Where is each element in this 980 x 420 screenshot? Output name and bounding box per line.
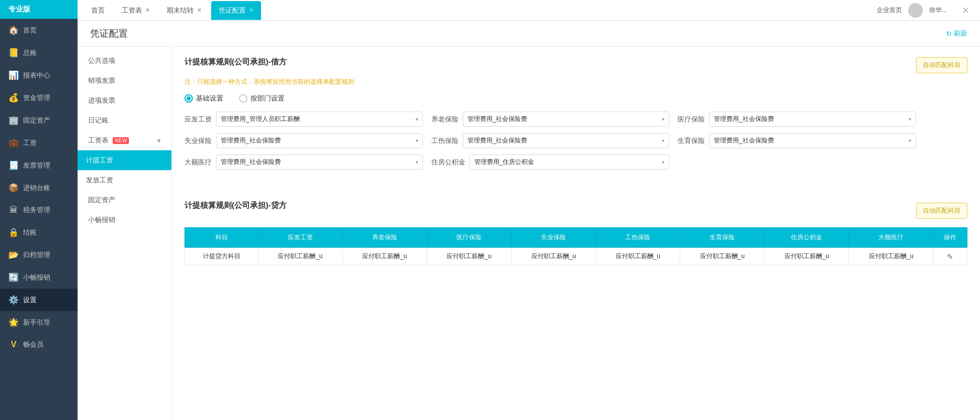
tab-salary-close[interactable]: ✕ (145, 7, 150, 14)
table-header-row: 科目 应发工资 养老保险 医疗保险 失业保险 工伤保险 生育保险 住房公积金 大… (185, 228, 967, 248)
archive-icon: 📂 (8, 250, 19, 260)
form-item-yingfa: 应发工资 管理费用_管理人员职工薪酬 ▾ (184, 112, 423, 127)
sidebar-item-home[interactable]: 🏠 首页 (0, 19, 78, 41)
sidebar-item-capital[interactable]: 💰 资金管理 (0, 86, 78, 109)
sidebar-item-report2[interactable]: 🔄 小畅报销 (0, 266, 78, 289)
th-gjj: 住房公积金 (765, 228, 849, 248)
nav-expense[interactable]: 小畅报销 (78, 210, 171, 230)
nav-purchase-invoice[interactable]: 进项发票 (78, 91, 171, 110)
sidebar: 专业版 🏠 首页 📒 总账 📊 报表中心 💰 资金管理 🏢 固定资产 💼 工资 … (0, 0, 78, 420)
capital-icon: 💰 (8, 93, 19, 103)
select-shiye-value: 管理费用_社会保险费 (221, 136, 281, 145)
tab-salary-sheet[interactable]: 工资表 ✕ (114, 1, 157, 20)
tab-home[interactable]: 首页 (84, 1, 112, 20)
chevron-down-icon: ▾ (662, 116, 665, 122)
td-yanglao: 应付职工薪酬_u (343, 248, 427, 266)
form-item-yiliao: 医疗保险 管理费用_社会保险费 ▾ (678, 112, 916, 127)
label-yanglao: 养老保险 (431, 115, 459, 124)
sidebar-item-label: 首页 (23, 26, 37, 35)
select-yanglao[interactable]: 管理费用_社会保险费 ▾ (463, 112, 670, 127)
th-daeliao: 大额医疗 (849, 228, 933, 248)
label-shengyu: 生育保险 (678, 136, 705, 146)
credit-table: 科目 应发工资 养老保险 医疗保险 失业保险 工伤保险 生育保险 住房公积金 大… (184, 227, 967, 266)
expand-icon: ▾ (157, 137, 161, 145)
sidebar-item-salary[interactable]: 💼 工资 (0, 131, 78, 154)
member-icon: V (8, 340, 19, 349)
sidebar-item-close[interactable]: 🔒 结账 (0, 221, 78, 244)
sidebar-item-label: 报表中心 (23, 71, 50, 80)
refresh-button[interactable]: ↻ 刷新 (946, 29, 967, 38)
sidebar-item-settings[interactable]: ⚙️ 设置 (0, 289, 78, 311)
select-shengyu[interactable]: 管理费用_社会保险费 ▾ (709, 133, 916, 148)
chevron-down-icon: ▾ (662, 138, 665, 143)
auto-match-debit-button[interactable]: 自动匹配科目 (916, 57, 967, 73)
tab-voucher-config[interactable]: 凭证配置 ✕ (211, 1, 261, 20)
select-daeliao[interactable]: 管理费用_社会保险费 ▾ (216, 154, 423, 170)
radio-basic-circle (184, 94, 193, 103)
td-yingfa: 应付职工薪酬_u (258, 248, 343, 266)
sidebar-item-label: 小畅报销 (23, 273, 50, 282)
radio-department[interactable]: 按部门设置 (239, 94, 285, 103)
tab-period-close[interactable]: 期末结转 ✕ (159, 1, 209, 20)
nav-distribute-salary[interactable]: 发放工资 (78, 170, 171, 190)
select-gjj[interactable]: 管理费用_住房公积金 ▾ (470, 154, 670, 170)
assets-icon: 🏢 (8, 115, 19, 125)
top-right-link[interactable]: 企业首页 (877, 6, 902, 15)
form-item-daeliao: 大额医疗 管理费用_社会保险费 ▾ (184, 154, 423, 170)
tax-icon: 🏛 (8, 205, 19, 215)
sidebar-item-guide[interactable]: 🌟 新手引导 (0, 311, 78, 334)
tab-voucher-label: 凭证配置 (219, 6, 246, 15)
nav-public-options[interactable]: 公共选项 (78, 51, 171, 71)
td-yiliao: 应付职工薪酬_u (427, 248, 511, 266)
form-grid-1: 应发工资 管理费用_管理人员职工薪酬 ▾ 养老保险 管理费用_社会保险费 (184, 112, 916, 170)
td-action[interactable]: ✎ (933, 248, 967, 266)
label-shiye: 失业保险 (184, 136, 212, 146)
main-close-btn[interactable]: ✕ (957, 3, 974, 18)
sidebar-item-member[interactable]: V 畅会员 (0, 334, 78, 356)
sidebar-item-label: 归档管理 (23, 250, 50, 260)
nav-sales-invoice[interactable]: 销项发票 (78, 71, 171, 91)
select-yiliao[interactable]: 管理费用_社会保险费 ▾ (709, 112, 916, 127)
tab-period-close-btn[interactable]: ✕ (197, 7, 202, 14)
sidebar-item-invoice[interactable]: 🧾 发票管理 (0, 154, 78, 176)
chevron-down-icon: ▾ (909, 138, 911, 143)
tab-salary-label: 工资表 (122, 6, 142, 15)
invoice-icon: 🧾 (8, 160, 19, 170)
radio-basic[interactable]: 基础设置 (184, 94, 223, 103)
main-content: 首页 工资表 ✕ 期末结转 ✕ 凭证配置 ✕ 企业首页 徐华... ✕ 凭证配置… (78, 0, 980, 420)
label-yiliao: 医疗保险 (678, 115, 705, 124)
main-panel: 计提核算规则(公司承担)-借方 注：只能选择一种方式，系统将按照您当前的选择来配… (172, 47, 980, 420)
edit-icon[interactable]: ✎ (947, 252, 953, 261)
sidebar-item-label: 税务管理 (23, 205, 50, 215)
select-gongshang[interactable]: 管理费用_社会保险费 ▾ (463, 133, 670, 148)
nav-accrual-salary[interactable]: 计提工资 (78, 150, 171, 170)
nav-salary-sheet[interactable]: 工资表 NEW ▾ (78, 130, 171, 150)
th-gongshang: 工伤保险 (596, 228, 680, 248)
stock-icon: 📦 (8, 183, 19, 193)
select-gjj-value: 管理费用_住房公积金 (474, 158, 535, 167)
auto-match-credit-button[interactable]: 自动匹配科目 (916, 203, 967, 219)
select-yingfa[interactable]: 管理费用_管理人员职工薪酬 ▾ (216, 112, 423, 127)
tab-voucher-close[interactable]: ✕ (249, 7, 254, 14)
sidebar-item-label: 资金管理 (23, 93, 50, 103)
sidebar-item-label: 设置 (23, 295, 37, 305)
nav-journal[interactable]: 日记账 (78, 110, 171, 130)
radio-dept-circle (239, 94, 247, 103)
sidebar-item-label: 发票管理 (23, 161, 50, 170)
sidebar-item-tax[interactable]: 🏛 税务管理 (0, 199, 78, 221)
select-shiye[interactable]: 管理费用_社会保险费 ▾ (216, 133, 423, 148)
sidebar-item-archive[interactable]: 📂 归档管理 (0, 244, 78, 266)
td-shengyu: 应付职工薪酬_u (680, 248, 765, 266)
section-debit: 计提核算规则(公司承担)-借方 注：只能选择一种方式，系统将按照您当前的选择来配… (184, 57, 967, 176)
form-item-gongshang: 工伤保险 管理费用_社会保险费 ▾ (431, 133, 670, 148)
sidebar-item-assets[interactable]: 🏢 固定资产 (0, 109, 78, 131)
new-badge: NEW (113, 137, 129, 144)
select-yingfa-value: 管理费用_管理人员职工薪酬 (221, 115, 300, 124)
sidebar-item-stock[interactable]: 📦 进销台账 (0, 176, 78, 199)
section-debit-header: 计提核算规则(公司承担)-借方 注：只能选择一种方式，系统将按照您当前的选择来配… (184, 57, 967, 176)
nav-fixed-assets[interactable]: 固定资产 (78, 190, 171, 210)
sidebar-item-ledger[interactable]: 📒 总账 (0, 41, 78, 64)
sidebar-item-report[interactable]: 📊 报表中心 (0, 64, 78, 86)
chevron-down-icon: ▾ (416, 159, 418, 165)
salary-icon: 💼 (8, 138, 19, 148)
